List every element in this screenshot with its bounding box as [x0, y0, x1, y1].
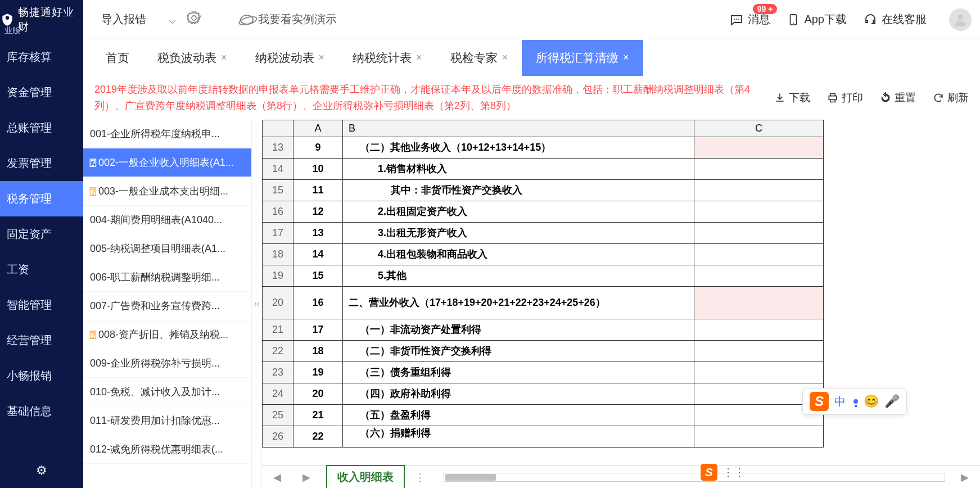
cell[interactable]: 3.出租无形资产收入	[343, 222, 694, 243]
sheet-next-icon[interactable]: ▶	[297, 471, 316, 484]
tree-item[interactable]: 004-期间费用明细表(A1040...	[83, 206, 251, 234]
row-number[interactable]: 19	[263, 265, 293, 286]
cell[interactable]	[694, 243, 824, 265]
tree-item[interactable]: 007-广告费和业务宣传费跨...	[83, 292, 251, 320]
cell[interactable]	[694, 179, 824, 201]
sidebar-item[interactable]: 智能管理	[0, 287, 83, 323]
cell[interactable]: 13	[293, 222, 343, 243]
cell[interactable]: （一）非流动资产处置利得	[343, 319, 694, 340]
column-header[interactable]: B	[343, 120, 694, 137]
tab[interactable]: 所得税汇算清缴×	[522, 40, 643, 76]
cell[interactable]: 10	[293, 158, 343, 179]
row-number[interactable]: 18	[263, 243, 293, 265]
sidebar-item[interactable]: 基础信息	[0, 394, 83, 429]
cell[interactable]: 4.出租包装物和商品收入	[343, 243, 694, 265]
tab[interactable]: 首页	[92, 40, 143, 76]
reset-button[interactable]: 重置	[880, 91, 916, 105]
cell[interactable]: 其中：非货币性资产交换收入	[343, 179, 694, 201]
cell[interactable]: 9	[293, 137, 343, 158]
tab[interactable]: 税负波动表×	[143, 40, 241, 76]
cell[interactable]: 二、营业外收入（17+18+19+20+21+22+23+24+25+26）	[343, 286, 694, 319]
close-icon[interactable]: ×	[221, 52, 227, 64]
cell[interactable]: 12	[293, 201, 343, 222]
ime-toolbar[interactable]: S 中 😊 🎤	[802, 388, 907, 415]
sidebar-item[interactable]: 固定资产	[0, 216, 83, 252]
cell[interactable]: 18	[293, 340, 343, 362]
sogou-menu-icon[interactable]: ⋮⋮	[723, 466, 746, 478]
sidebar-item[interactable]: 经营管理	[0, 323, 83, 358]
column-header[interactable]: C	[694, 120, 824, 137]
cell[interactable]	[694, 340, 824, 362]
cell[interactable]: （六）捐赠利得	[343, 426, 694, 447]
column-header[interactable]: A	[293, 120, 343, 137]
sidebar-item[interactable]: 库存核算	[0, 39, 83, 75]
cell[interactable]	[694, 137, 824, 158]
sidebar-item[interactable]: 总账管理	[0, 110, 83, 146]
sheet-menu-icon[interactable]: ⋮	[415, 471, 425, 484]
avatar[interactable]	[949, 8, 972, 31]
scroll-thumb[interactable]	[445, 474, 496, 481]
close-icon[interactable]: ×	[623, 52, 629, 64]
cell[interactable]	[694, 201, 824, 222]
row-number[interactable]: 13	[263, 137, 293, 158]
cell[interactable]	[694, 222, 824, 243]
tree-item[interactable]: ⍰008-资产折旧、摊销及纳税...	[83, 320, 251, 349]
print-button[interactable]: 打印	[827, 91, 863, 105]
cell[interactable]: （二）非货币性资产交换利得	[343, 340, 694, 362]
cell[interactable]	[694, 362, 824, 383]
ime-punct-icon[interactable]	[853, 399, 858, 404]
cell[interactable]: （三）债务重组利得	[343, 362, 694, 383]
sogou-indicator[interactable]: S ⋮⋮	[701, 464, 746, 481]
sidebar-item[interactable]: 工资	[0, 252, 83, 287]
row-number[interactable]: 15	[263, 179, 293, 201]
chevron-down-icon[interactable]: ⌵	[169, 12, 176, 27]
tree-item[interactable]: 011-研发费用加计扣除优惠...	[83, 406, 251, 435]
cell[interactable]	[694, 426, 824, 447]
gear-icon[interactable]	[187, 11, 201, 28]
cell[interactable]: 17	[293, 319, 343, 340]
row-number[interactable]: 21	[263, 319, 293, 340]
cell[interactable]: 5.其他	[343, 265, 694, 286]
row-number[interactable]: 24	[263, 383, 293, 404]
cell[interactable]	[694, 286, 824, 319]
sidebar-item[interactable]: 税务管理	[0, 181, 83, 216]
tab[interactable]: 纳税统计表×	[338, 40, 436, 76]
tree-item[interactable]: ⍰003-一般企业成本支出明细...	[83, 177, 251, 206]
scroll-right-icon[interactable]: ▶	[955, 471, 974, 484]
emoji-icon[interactable]: 😊	[864, 394, 879, 409]
cell[interactable]: （四）政府补助利得	[343, 383, 694, 404]
close-icon[interactable]: ×	[319, 52, 325, 64]
tree-item[interactable]: 005-纳税调整项目明细表(A1...	[83, 234, 251, 263]
cell[interactable]: （二）其他业务收入（10+12+13+14+15）	[343, 137, 694, 158]
mic-icon[interactable]: 🎤	[884, 394, 900, 409]
cell[interactable]: 21	[293, 404, 343, 426]
row-number[interactable]: 17	[263, 222, 293, 243]
tree-item[interactable]: 012-减免所得税优惠明细表(...	[83, 435, 251, 464]
cell[interactable]	[694, 319, 824, 340]
cell[interactable]: 15	[293, 265, 343, 286]
tree-item[interactable]: 006-职工薪酬纳税调整明细...	[83, 263, 251, 292]
tab[interactable]: 税检专家×	[436, 40, 522, 76]
cell[interactable]: 19	[293, 362, 343, 383]
cell[interactable]: 16	[293, 286, 343, 319]
row-number[interactable]: 23	[263, 362, 293, 383]
cell[interactable]	[694, 158, 824, 179]
cell[interactable]	[694, 265, 824, 286]
messages-button[interactable]: 消息 99 +	[730, 12, 770, 27]
row-number[interactable]: 26	[263, 426, 293, 447]
close-icon[interactable]: ×	[416, 52, 422, 64]
download-button[interactable]: 下载	[774, 91, 810, 105]
cell[interactable]: 20	[293, 383, 343, 404]
tree-item[interactable]: 010-免税、减计收入及加计...	[83, 378, 251, 406]
horizontal-scrollbar[interactable]	[444, 473, 945, 482]
row-number[interactable]: 20	[263, 286, 293, 319]
refresh-button[interactable]: 刷新	[933, 91, 969, 105]
row-number[interactable]: 16	[263, 201, 293, 222]
collapse-handle[interactable]: ‹‹	[252, 120, 262, 488]
support-button[interactable]: 在线客服	[864, 12, 927, 27]
settings-gear-icon[interactable]: ⚙	[0, 453, 83, 488]
demo-link[interactable]: 我要看实例演示	[240, 12, 337, 27]
cell[interactable]: （五）盘盈利得	[343, 404, 694, 426]
cell[interactable]: 22	[293, 426, 343, 447]
row-number[interactable]: 14	[263, 158, 293, 179]
